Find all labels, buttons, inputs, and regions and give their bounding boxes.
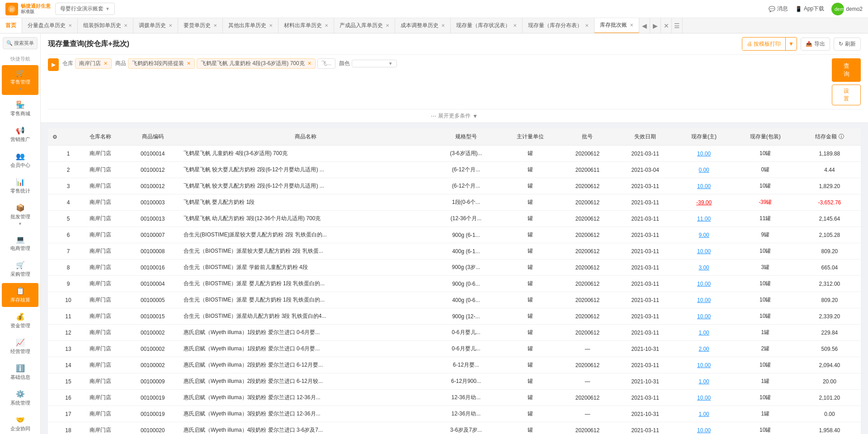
product-more-btn[interactable]: 飞...: [317, 58, 335, 69]
cell-stock-main[interactable]: 10.00: [675, 276, 732, 292]
sidebar-item-operation[interactable]: 📈 经营管理: [2, 335, 38, 359]
close-icon[interactable]: ✕: [630, 23, 633, 28]
cell-stock-main[interactable]: 11.00: [675, 211, 732, 227]
close-icon[interactable]: ✕: [441, 23, 445, 28]
cell-stock-main[interactable]: 0.00: [675, 162, 732, 178]
tab-chengben[interactable]: 成本调整单历史 ✕: [395, 18, 451, 33]
cell-stock-pkg: 1罐: [732, 406, 798, 422]
sidebar-item-marketing[interactable]: 📢 营销推广: [2, 123, 38, 146]
tab-xianzai1[interactable]: 现存量（库存状况表） ✕: [451, 18, 523, 33]
sidebar-item-retail-mall[interactable]: 🏪 零售商城: [2, 97, 38, 121]
tab-home[interactable]: 首页: [0, 18, 22, 33]
remove-product1-icon[interactable]: ✕: [187, 61, 191, 66]
color-dropdown[interactable]: ▼: [352, 60, 397, 67]
app-download-btn[interactable]: 📱 App下载: [795, 5, 824, 13]
remove-warehouse-icon[interactable]: ✕: [104, 61, 108, 66]
cell-warehouse: 南岸门店: [75, 422, 125, 434]
col-settings[interactable]: ⚙: [48, 128, 61, 146]
sidebar-item-inventory[interactable]: 📋 库存核算: [2, 283, 38, 307]
tab-next-btn[interactable]: ▶: [650, 18, 661, 33]
cell-balance: 20.00: [798, 373, 861, 390]
warehouse-tag[interactable]: 南岸门店 ✕: [75, 58, 112, 69]
tab-pici[interactable]: 库存批次账 ✕: [594, 18, 639, 33]
cell-stock-main[interactable]: 10.00: [675, 422, 732, 434]
expand-conditions-btn[interactable]: ⋯ 展开更多条件 ▼: [431, 112, 478, 120]
sidebar-item-member[interactable]: 👥 会员中心: [2, 148, 38, 172]
tab-cailiao[interactable]: 材料出库单历史 ✕: [278, 18, 334, 33]
close-icon[interactable]: ✕: [124, 23, 127, 28]
close-icon[interactable]: ✕: [269, 23, 273, 28]
refresh-btn[interactable]: ↻ 刷新: [834, 38, 861, 51]
tab-chengpin[interactable]: 产成品入库单历史 ✕: [334, 18, 395, 33]
query-button[interactable]: 查询: [832, 58, 861, 82]
cell-unit: 罐: [500, 276, 560, 292]
cell-stock-main[interactable]: 1.00: [675, 373, 732, 390]
cell-expire: 2021-10-31: [615, 341, 676, 357]
close-icon[interactable]: ✕: [68, 23, 72, 28]
retail-stats-icon: 📊: [16, 178, 25, 186]
tab-qita[interactable]: 其他出库单历史 ✕: [223, 18, 278, 33]
remove-product2-icon[interactable]: ✕: [307, 61, 311, 66]
sidebar-item-system[interactable]: ⚙️ 系统管理: [2, 386, 38, 410]
tab-menu-btn[interactable]: ☰: [672, 18, 683, 33]
member-icon: 👥: [16, 152, 25, 160]
cell-stock-main[interactable]: 10.00: [675, 178, 732, 194]
cell-stock-main[interactable]: 10.00: [675, 243, 732, 259]
export-btn[interactable]: 📤 导出: [801, 38, 830, 51]
cell-stock-main[interactable]: 9.00: [675, 227, 732, 243]
row-num: 18: [61, 422, 75, 434]
cell-stock-main[interactable]: 10.00: [675, 390, 732, 406]
print-dropdown-btn[interactable]: ▼: [786, 38, 797, 49]
filter-expand-btn[interactable]: ▶: [48, 58, 59, 71]
tab-prev-btn[interactable]: ◀: [639, 18, 650, 33]
cell-balance: 2,094.40: [798, 357, 861, 373]
product-tag-1[interactable]: 飞鹤奶粉3段丙搭提装 ✕: [128, 58, 195, 69]
product-tag-2[interactable]: 飞鹤星飞帆 儿童奶粉 4段(3-6岁适用) 700克 ✕: [197, 58, 316, 69]
close-icon[interactable]: ✕: [169, 23, 172, 28]
cell-stock-main[interactable]: -39.00: [675, 194, 732, 211]
sidebar-item-wholesale[interactable]: 📦 批发管理 ▼: [2, 200, 38, 230]
settings-button[interactable]: 设置: [832, 85, 861, 105]
row-num: 17: [61, 406, 75, 422]
tab-yaohuo[interactable]: 要货单历史 ✕: [178, 18, 223, 33]
sidebar-item-retail-mgmt[interactable]: 🛒 零售管理 ▼: [2, 65, 38, 95]
tab-tiaopo[interactable]: 调拨单历史 ✕: [133, 18, 178, 33]
close-icon[interactable]: ✕: [213, 23, 217, 28]
close-icon[interactable]: ✕: [386, 23, 389, 28]
user-avatar-area[interactable]: demo demo2: [831, 3, 863, 15]
cell-stock-main[interactable]: 10.00: [675, 146, 732, 162]
cell-stock-main[interactable]: 1.00: [675, 406, 732, 422]
sidebar-item-purchase[interactable]: 🛒 采购管理: [2, 257, 38, 281]
export-icon: 📤: [806, 41, 812, 47]
cell-stock-main[interactable]: 2.00: [675, 341, 732, 357]
tab-close-btn[interactable]: ✕: [661, 18, 672, 33]
search-btn[interactable]: 🔍 搜索英单: [3, 37, 38, 49]
close-icon[interactable]: ✕: [325, 23, 328, 28]
cell-stock-main[interactable]: 3.00: [675, 259, 732, 276]
sidebar-item-finance[interactable]: 💰 资金管理: [2, 309, 38, 333]
cell-stock-main[interactable]: 1.00: [675, 325, 732, 341]
sidebar-item-basic[interactable]: ℹ️ 基础信息: [2, 360, 38, 384]
cell-balance: 665.04: [798, 259, 861, 276]
cell-stock-main[interactable]: 10.00: [675, 308, 732, 325]
cell-stock-main[interactable]: 10.00: [675, 357, 732, 373]
workspace-selector[interactable]: 母婴行业演示账套 ▼: [55, 3, 115, 15]
cell-product-name: 合生元（BIOSTIME）派星 学龄前儿童配方奶粉 4段: [180, 259, 432, 276]
sidebar-item-ecommerce[interactable]: 💻 电商管理: [2, 231, 38, 255]
cell-balance: 1,829.20: [798, 178, 861, 194]
cell-stock-pkg: 11罐: [732, 211, 798, 227]
sidebar-item-retail-stats[interactable]: 📊 零售统计: [2, 174, 38, 198]
cell-balance: 1,958.40: [798, 422, 861, 434]
close-icon[interactable]: ✕: [513, 23, 517, 28]
tab-xianzai2[interactable]: 现存量（库存分布表） ✕: [523, 18, 594, 33]
cell-product-name: 惠氏启赋（Wyeth illuma）4段奶粉 爱尔兰进口 3-6岁及7...: [180, 422, 432, 434]
print-template-btn[interactable]: 🖨 按模板打印: [742, 38, 785, 50]
cell-stock-main[interactable]: 10.00: [675, 292, 732, 308]
message-btn[interactable]: 💬 消息: [769, 5, 788, 13]
cell-expire: 2021-03-11: [615, 308, 676, 325]
close-icon[interactable]: ✕: [585, 23, 589, 28]
tab-fenku[interactable]: 分量盘点单历史 ✕: [22, 18, 78, 33]
message-icon: 💬: [769, 6, 775, 12]
sidebar-item-enterprise[interactable]: 🤝 企业协同: [2, 412, 38, 434]
tab-zuchai[interactable]: 组装拆卸单历史 ✕: [78, 18, 133, 33]
